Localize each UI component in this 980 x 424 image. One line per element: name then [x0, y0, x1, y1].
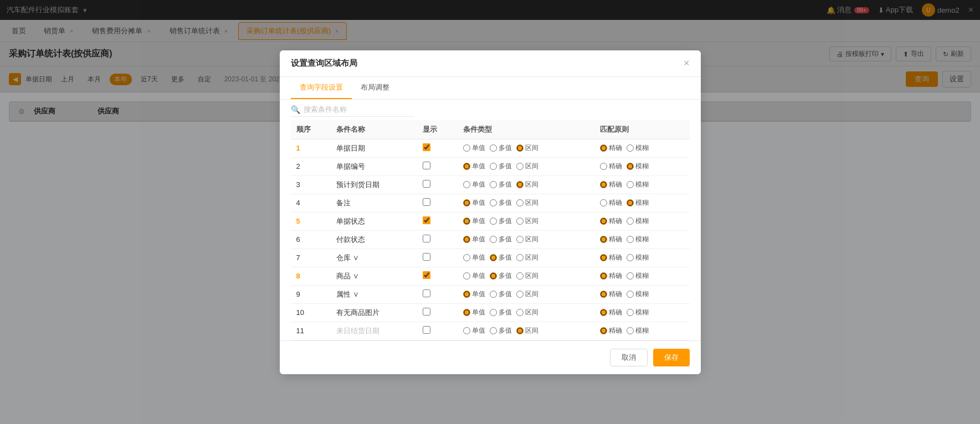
- modal-overlay: 设置查询区域布局 × 查询字段设置 布局调整 🔍 顺序: [0, 0, 980, 131]
- search-input-wrap: 🔍: [291, 105, 414, 117]
- col-type: 条件类型: [458, 120, 594, 131]
- modal-tab-query-fields[interactable]: 查询字段设置: [291, 77, 352, 99]
- modal-table-wrap: 顺序 条件名称 显示 条件类型 匹配原则 1单据日期单值多值区间精确模糊2单据编…: [280, 120, 701, 131]
- search-input[interactable]: [304, 105, 414, 113]
- modal-tab-layout-adjust[interactable]: 布局调整: [352, 77, 398, 99]
- col-match: 匹配原则: [594, 120, 689, 131]
- search-icon: 🔍: [291, 105, 300, 114]
- modal-close-button[interactable]: ×: [684, 58, 690, 68]
- settings-modal: 设置查询区域布局 × 查询字段设置 布局调整 🔍 顺序: [280, 50, 701, 131]
- tab-query-fields-label: 查询字段设置: [300, 83, 343, 91]
- col-name: 条件名称: [331, 120, 417, 131]
- col-display: 显示: [417, 120, 458, 131]
- modal-table: 顺序 条件名称 显示 条件类型 匹配原则 1单据日期单值多值区间精确模糊2单据编…: [291, 120, 690, 131]
- modal-title: 设置查询区域布局: [291, 58, 357, 69]
- col-order: 顺序: [291, 120, 331, 131]
- modal-tabs: 查询字段设置 布局调整: [280, 77, 701, 100]
- tab-layout-adjust-label: 布局调整: [361, 83, 389, 91]
- modal-header: 设置查询区域布局 ×: [280, 50, 701, 77]
- modal-search-area: 🔍: [280, 100, 701, 120]
